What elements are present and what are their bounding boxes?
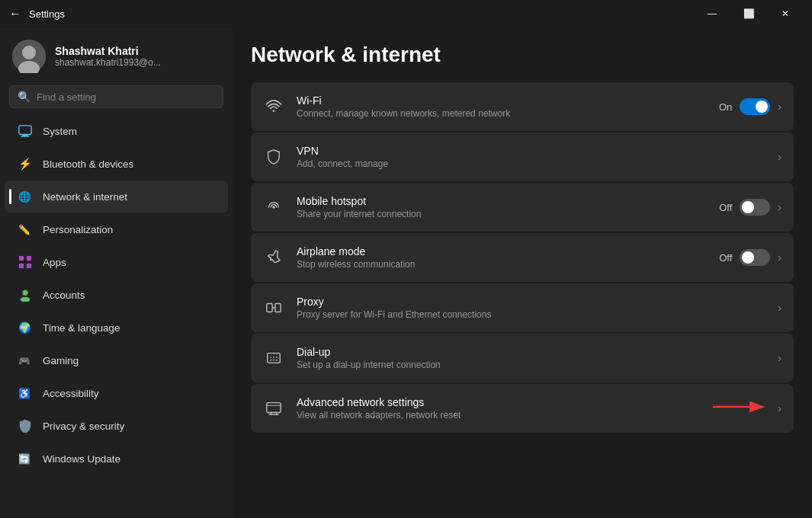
main-layout: Shashwat Khatri shashwat.khatri1993@o...… — [0, 27, 812, 518]
sidebar-item-apps[interactable]: Apps — [5, 246, 228, 278]
vpn-right: › — [778, 151, 782, 163]
mobile-hotspot-desc: Share your internet connection — [297, 209, 707, 219]
advanced-right: › — [709, 395, 782, 421]
search-box[interactable]: 🔍 — [9, 85, 223, 108]
advanced-icon — [263, 398, 284, 419]
window-controls: — ⬜ ✕ — [695, 2, 803, 26]
sidebar-item-personalization[interactable]: ✏️Personalization — [5, 213, 228, 245]
sidebar: Shashwat Khatri shashwat.khatri1993@o...… — [0, 27, 233, 518]
search-container: 🔍 — [0, 82, 233, 114]
accessibility-icon: ♿ — [17, 385, 34, 401]
svg-rect-5 — [21, 136, 30, 136]
settings-item-proxy[interactable]: ProxyProxy server for Wi-Fi and Ethernet… — [251, 283, 794, 332]
system-icon — [17, 123, 34, 139]
mobile-hotspot-toggle-label: Off — [719, 202, 732, 213]
wifi-toggle-label: On — [719, 101, 732, 113]
red-arrow-annotation — [709, 395, 770, 421]
svg-point-1 — [22, 46, 36, 59]
airplane-mode-icon — [263, 247, 284, 268]
svg-point-29 — [273, 360, 274, 361]
sidebar-item-accessibility[interactable]: ♿Accessibility — [5, 377, 228, 409]
settings-item-mobile-hotspot[interactable]: Mobile hotspotShare your internet connec… — [251, 183, 794, 232]
avatar — [12, 40, 46, 73]
sidebar-item-label-privacy: Privacy & security — [43, 420, 124, 432]
sidebar-item-system[interactable]: System — [5, 115, 228, 147]
user-name: Shashwat Khatri — [55, 45, 161, 57]
svg-rect-10 — [27, 256, 31, 261]
dialup-right: › — [778, 352, 782, 364]
svg-rect-21 — [267, 304, 272, 312]
sidebar-item-label-personalization: Personalization — [43, 224, 113, 235]
settings-item-airplane-mode[interactable]: Airplane modeStop wireless communication… — [251, 233, 794, 282]
wifi-toggle[interactable] — [740, 98, 770, 115]
accounts-icon — [17, 286, 34, 303]
proxy-text: ProxyProxy server for Wi-Fi and Ethernet… — [297, 296, 765, 320]
app-title: Settings — [29, 8, 65, 20]
sidebar-item-accounts[interactable]: Accounts — [5, 279, 228, 311]
sidebar-item-label-windows-update: Windows Update — [43, 453, 120, 465]
sidebar-item-label-gaming: Gaming — [43, 355, 79, 366]
svg-point-28 — [270, 360, 271, 361]
sidebar-item-gaming[interactable]: 🎮Gaming — [5, 344, 228, 376]
minimize-button[interactable]: — — [695, 2, 730, 26]
sidebar-item-privacy[interactable]: Privacy & security — [5, 410, 228, 442]
vpn-chevron: › — [778, 151, 782, 163]
dialup-icon — [263, 347, 284, 369]
settings-list: Wi-FiConnect, manage known networks, met… — [251, 82, 794, 433]
sidebar-item-time[interactable]: 🌍Time & language — [5, 312, 228, 344]
apps-icon — [17, 254, 34, 270]
settings-item-advanced[interactable]: Advanced network settingsView all networ… — [251, 384, 794, 433]
wifi-desc: Connect, manage known networks, metered … — [297, 108, 707, 119]
svg-rect-22 — [275, 304, 281, 312]
time-icon: 🌍 — [17, 319, 34, 336]
settings-item-dialup[interactable]: Dial-upSet up a dial-up internet connect… — [251, 334, 794, 382]
svg-rect-9 — [19, 256, 24, 261]
back-button[interactable]: ← — [9, 7, 21, 21]
mobile-hotspot-text: Mobile hotspotShare your internet connec… — [297, 195, 707, 219]
proxy-desc: Proxy server for Wi-Fi and Ethernet conn… — [297, 309, 765, 320]
advanced-text: Advanced network settingsView all networ… — [297, 396, 697, 420]
airplane-mode-chevron: › — [778, 251, 782, 264]
search-input[interactable] — [37, 91, 215, 103]
wifi-text: Wi-FiConnect, manage known networks, met… — [297, 94, 707, 119]
airplane-mode-toggle[interactable] — [740, 249, 770, 266]
svg-text:♿: ♿ — [18, 388, 30, 400]
airplane-mode-right: Off› — [719, 249, 782, 266]
mobile-hotspot-icon — [263, 197, 284, 218]
privacy-icon — [17, 417, 34, 434]
settings-item-vpn[interactable]: VPNAdd, connect, manage› — [251, 133, 794, 181]
advanced-chevron: › — [778, 402, 782, 414]
wifi-right: On› — [719, 98, 782, 115]
user-info: Shashwat Khatri shashwat.khatri1993@o... — [55, 45, 161, 68]
sidebar-item-bluetooth[interactable]: ⚡Bluetooth & devices — [5, 148, 228, 180]
svg-point-25 — [270, 357, 271, 358]
svg-rect-4 — [22, 135, 27, 136]
airplane-mode-desc: Stop wireless communication — [297, 259, 707, 270]
sidebar-item-label-network: Network & internet — [43, 191, 127, 203]
mobile-hotspot-toggle[interactable] — [740, 199, 770, 216]
mobile-hotspot-chevron: › — [778, 201, 782, 213]
svg-point-13 — [22, 290, 27, 296]
proxy-icon — [263, 297, 284, 318]
svg-rect-3 — [19, 126, 31, 135]
sidebar-item-windows-update[interactable]: 🔄Windows Update — [5, 443, 228, 475]
svg-text:🎮: 🎮 — [18, 355, 30, 367]
sidebar-item-network[interactable]: 🌐Network & internet — [5, 181, 228, 213]
bluetooth-icon: ⚡ — [17, 155, 34, 172]
close-button[interactable]: ✕ — [768, 2, 803, 26]
vpn-desc: Add, connect, manage — [297, 158, 765, 169]
airplane-mode-toggle-label: Off — [719, 252, 732, 264]
vpn-icon — [263, 146, 284, 168]
settings-item-wifi[interactable]: Wi-FiConnect, manage known networks, met… — [251, 82, 794, 131]
maximize-button[interactable]: ⬜ — [731, 2, 766, 26]
vpn-text: VPNAdd, connect, manage — [297, 145, 765, 169]
svg-text:✏️: ✏️ — [18, 224, 30, 236]
wifi-icon — [263, 96, 284, 117]
nav-list: System⚡Bluetooth & devices🌐Network & int… — [0, 114, 233, 475]
mobile-hotspot-right: Off› — [719, 199, 782, 216]
svg-text:🌍: 🌍 — [18, 321, 31, 334]
user-profile[interactable]: Shashwat Khatri shashwat.khatri1993@o... — [0, 27, 233, 82]
search-icon: 🔍 — [18, 91, 30, 103]
dialup-text: Dial-upSet up a dial-up internet connect… — [297, 346, 765, 370]
svg-point-27 — [276, 357, 278, 358]
